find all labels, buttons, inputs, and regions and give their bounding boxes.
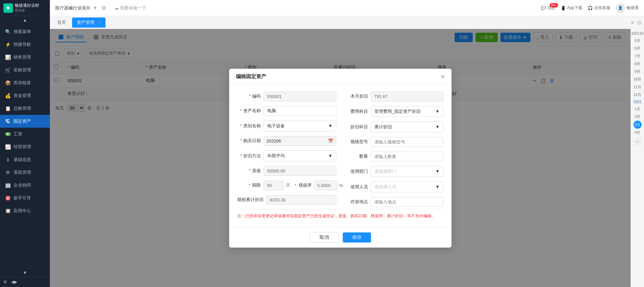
initial-dep-label: 期初累计折旧 [237,197,264,203]
cal-month-3-current[interactable]: 3月 [634,121,642,129]
main-area: 医疗器械行业演示 ▼ ⚙ ☁ 我要体验一下 💬 消息 99+ 📱 App下载 🎧… [50,0,644,287]
quick-nav-icon: ⚡ [5,41,11,47]
app-download-button[interactable]: 📱 App下载 [561,5,582,11]
scroll-up-arrow[interactable]: ▲ [0,16,50,24]
sidebar-item-label: 固定资产 [13,118,31,124]
dep-subject-select[interactable]: 累计折旧 ▼ [371,122,443,132]
sidebar-item-guide[interactable]: 🎯 新手引导 [0,192,50,204]
app-download-icon: 📱 [561,6,566,10]
person-select[interactable]: 请选择人员 ▼ [371,182,443,192]
tab-asset-label: 资产管理 [77,20,94,25]
sidebar-item-basic-info[interactable]: ℹ 基础信息 [0,153,50,166]
system-icon: ⚙ [5,169,11,176]
settings-icon: ⚙ [3,280,7,284]
save-button[interactable]: 保存 [343,232,371,243]
message-button[interactable]: 💬 消息 99+ [541,5,555,11]
code-input[interactable] [264,92,336,101]
sidebar-item-search[interactable]: 🔍 搜索菜单 [0,25,50,38]
expense-subject-select[interactable]: 管理费用_固定资产折旧 ▼ [371,106,443,117]
cancel-button[interactable]: 取消 [310,232,339,243]
maximize-window-icon[interactable]: ⊡ [637,20,641,25]
calendar-icon[interactable]: 📅 [328,138,333,144]
initial-dep-input[interactable] [266,195,336,205]
modal-close-icon[interactable]: ✕ [440,73,445,80]
cal-month-4[interactable]: 4月 [632,129,643,136]
tab-asset-management[interactable]: 资产管理 ✕ [72,18,105,28]
company-settings-icon[interactable]: ⚙ [101,5,106,11]
calendar-sidebar: 2023.03 5月 6月 7月 8月 9月 10月 11月 12月 2023 … [631,29,644,287]
cal-month-12[interactable]: 12月 [632,91,643,99]
scroll-down-arrow[interactable]: ▼ [0,269,50,277]
collapse-icon: ◀▶ [11,280,17,284]
sidebar-item-operations[interactable]: 📈 经营管理 [0,140,50,153]
sidebar-item-label: 系统管理 [13,169,31,176]
sidebar-item-label: 基础信息 [13,157,31,163]
close-window-icon[interactable]: ✕ [631,20,635,25]
sidebar-item-inventory[interactable]: 📦 库存核算 [0,76,50,89]
spec-input[interactable] [371,137,443,147]
cal-month-10[interactable]: 10月 [632,75,643,83]
edit-modal: 编辑固定资产 ✕ * 编码 [229,69,452,248]
app-logo-icon: 畅 [3,3,13,13]
period-input[interactable] [264,181,284,190]
purchase-date-label: * 购买日期 [237,138,261,144]
fixed-assets-icon: 🏗 [5,118,11,124]
sidebar-item-salary[interactable]: 💵 工资 [0,128,50,140]
form-row-purchase-date: * 购买日期 📅 [237,136,336,146]
sidebar-header: 畅 畅捷通好业财 普及版 [0,0,50,16]
dep-subject-label: 折旧科目 [344,124,368,130]
settings-button[interactable]: ⚙ [3,280,7,284]
user-menu-button[interactable]: 👤 畅捷通 [616,3,639,13]
cal-month-5[interactable]: 5月 [632,37,643,44]
sidebar-item-finance[interactable]: 💰 资金管理 [0,89,50,102]
dept-placeholder: 请选择部门 [374,168,396,174]
sidebar-item-purchase[interactable]: 🛒 采购管理 [0,64,50,76]
cal-month-8[interactable]: 8月 [632,60,643,68]
form-row-quantity: 数量 [344,152,443,161]
logo-text: 畅 [6,6,10,10]
cal-month-2[interactable]: 2月 [632,113,643,121]
sidebar-item-app-center[interactable]: 🔲 应用中心 [0,204,50,217]
location-input[interactable] [371,197,443,207]
form-row-code: * 编码 [237,92,336,101]
residual-rate-input[interactable] [314,181,337,190]
monthly-dep-input[interactable] [371,92,443,101]
dep-method-select[interactable]: 年限平均 ▼ [264,151,336,161]
cal-month-11[interactable]: 11月 [632,83,643,91]
cal-month-7[interactable]: 7月 [632,52,643,60]
cal-month-6[interactable]: 6月 [632,44,643,52]
modal-overlay: 编辑固定资产 ✕ * 编码 [50,29,631,287]
collapse-button[interactable]: ◀▶ [11,280,17,284]
page-content: 资产明细 变更生成凭证 刘账 + 新增 批量操作 ▼ ↓ 导入 [50,29,631,287]
sidebar-item-label: 销售管理 [13,54,31,60]
purchase-date-input[interactable] [267,136,328,146]
experience-btn[interactable]: ☁ 我要体验一下 [114,5,146,11]
sidebar-item-enterprise[interactable]: 🏢 企业协同 [0,179,50,192]
cal-month-9[interactable]: 9月 [632,68,643,75]
sidebar-item-sales[interactable]: 📊 销售管理 [0,51,50,64]
sidebar-item-label: 库存核算 [13,80,31,86]
company-dropdown-icon[interactable]: ▼ [93,5,97,10]
cal-month-1[interactable]: 1月 [632,105,643,113]
service-icon: 🎧 [588,6,593,10]
asset-name-input[interactable] [264,106,336,116]
category-label: * 类别名称 [237,123,261,129]
sidebar-nav: 🔍 搜索菜单 ⚡ 快捷导航 📊 销售管理 🛒 采购管理 📦 库存核算 💰 资金管… [0,24,50,269]
sidebar-item-quick-nav[interactable]: ⚡ 快捷导航 [0,38,50,51]
basic-info-icon: ℹ [5,157,11,163]
tab-close-icon[interactable]: ✕ [98,21,101,25]
dept-select[interactable]: 请选择部门 ▼ [371,166,443,177]
sidebar-item-label: 新手引导 [13,195,31,201]
sidebar-item-ledger[interactable]: 📋 总账管理 [0,102,50,115]
sidebar-item-label: 采购管理 [13,67,31,73]
original-value-input[interactable] [264,166,336,176]
sidebar-item-system[interactable]: ⚙ 系统管理 [0,166,50,179]
category-select[interactable]: 电子设备 ▼ [264,121,336,131]
customer-service-button[interactable]: 🎧 在线客服 [588,5,610,11]
calendar-expand-icon[interactable]: + [634,138,642,146]
operations-icon: 📈 [5,144,11,150]
quantity-input[interactable] [371,152,443,161]
sidebar-item-fixed-assets[interactable]: 🏗 固定资产 [0,115,50,128]
app-title: 畅捷通好业财 [15,3,39,8]
tab-home[interactable]: 首页 [53,18,71,28]
